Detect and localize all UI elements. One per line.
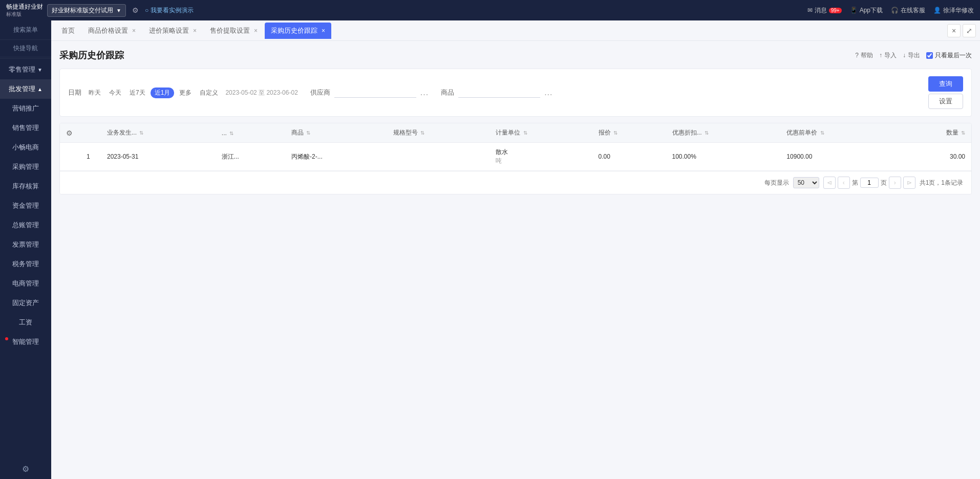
sidebar-item-purchase[interactable]: 采购管理 (0, 157, 51, 177)
goods-more-icon[interactable]: ... (544, 88, 552, 97)
top-bar-right: ✉ 消息 99+ 📱 App下载 🎧 在线客服 👤 徐泽华修改 (807, 6, 974, 15)
sidebar-item-general-ledger[interactable]: 总账管理 (0, 215, 51, 235)
export-link[interactable]: ↓ 导出 (903, 51, 920, 60)
message-button[interactable]: ✉ 消息 99+ (807, 6, 842, 15)
filter-goods: 商品 ... (441, 88, 552, 98)
version-selector[interactable]: 好业财标准版交付试用 ▼ (47, 4, 126, 17)
date-btn-custom[interactable]: 自定义 (197, 88, 221, 98)
sidebar-item-tax-label: 税务管理 (12, 259, 39, 269)
sort-preprice-icon[interactable]: ⇅ (820, 130, 824, 136)
smart-dot-icon (5, 337, 8, 340)
sidebar-item-tax[interactable]: 税务管理 (0, 254, 51, 274)
col-quantity-header[interactable]: 数量 ⇅ (898, 123, 971, 143)
app-download-button[interactable]: 📱 App下载 (850, 6, 883, 15)
goods-input[interactable] (458, 88, 540, 98)
sidebar-item-sales[interactable]: 销售管理 (0, 118, 51, 138)
main-layout: 搜索菜单 快捷导航 零售管理 ▼ 批发管理 ▲ 营销推广 销售管理 小畅电商 采… (0, 20, 980, 479)
row-seq: 1 (80, 143, 101, 171)
sidebar-item-ecommerce-small[interactable]: 小畅电商 (0, 138, 51, 157)
supplier-more-icon[interactable]: ... (420, 88, 429, 97)
date-btn-last1m[interactable]: 近1月 (151, 88, 175, 98)
col-date-header[interactable]: 业务发生... ⇅ (101, 123, 216, 143)
sidebar-item-inventory[interactable]: 库存核算 (0, 177, 51, 196)
supplier-input[interactable] (334, 88, 416, 98)
tab-price-close[interactable]: × (132, 27, 136, 34)
sort-date-icon[interactable]: ⇅ (139, 130, 143, 136)
col-config-header[interactable]: ⚙ (60, 123, 80, 143)
row-config-cell (60, 143, 80, 171)
tab-purchase-history[interactable]: 采购历史价跟踪 × (265, 23, 331, 39)
sidebar-item-payroll[interactable]: 工资 (0, 313, 51, 332)
page-input[interactable] (860, 178, 879, 188)
tab-sale-price-close[interactable]: × (254, 27, 258, 34)
col-more-header[interactable]: ... ⇅ (216, 123, 285, 143)
col-goods-header[interactable]: 商品 ⇅ (285, 123, 387, 143)
sort-unit-icon[interactable]: ⇅ (523, 130, 527, 136)
filter-date-label: 日期 (68, 88, 81, 97)
sidebar-search[interactable]: 搜索菜单 (0, 20, 51, 40)
sort-price-icon[interactable]: ⇅ (613, 130, 617, 136)
sidebar-item-retail-label: 零售管理 (9, 65, 35, 74)
only-last-checkbox[interactable] (926, 52, 933, 59)
sidebar-item-marketing-label: 营销推广 (12, 104, 39, 113)
per-page-select[interactable]: 50 10 20 100 (793, 177, 819, 188)
page-nav: ⊲ ‹ 第 页 › ⊳ (823, 177, 915, 189)
row-discount: 100.00% (666, 143, 781, 171)
tab-bar-right: × ⤢ (947, 24, 976, 37)
date-btn-more[interactable]: 更多 (176, 88, 195, 98)
date-range-display: 2023-05-02 至 2023-06-02 (225, 89, 297, 97)
page-header: 采购历史价跟踪 ? 帮助 ↑ 导入 ↓ 导出 (59, 49, 972, 61)
help-link[interactable]: ? 帮助 (855, 51, 873, 60)
sidebar-quick-nav[interactable]: 快捷导航 (0, 40, 51, 57)
first-page-button[interactable]: ⊲ (823, 177, 836, 189)
sidebar-item-invoice[interactable]: 发票管理 (0, 235, 51, 254)
sort-more-icon[interactable]: ⇅ (229, 130, 233, 136)
sort-spec-icon[interactable]: ⇅ (420, 130, 424, 136)
sort-discount-icon[interactable]: ⇅ (705, 130, 709, 136)
sidebar-gear-icon[interactable]: ⚙ (4, 464, 47, 474)
tab-close-all-button[interactable]: × (947, 24, 961, 37)
tab-sale-price[interactable]: 售价提取设置 × (204, 23, 264, 39)
col-discount-header[interactable]: 优惠折扣... ⇅ (666, 123, 781, 143)
row-spec (387, 143, 489, 171)
filter-settings-button[interactable]: 设置 (928, 94, 963, 109)
user-menu[interactable]: 👤 徐泽华修改 (933, 6, 974, 15)
sort-goods-icon[interactable]: ⇅ (306, 130, 310, 136)
tab-home[interactable]: 首页 (55, 23, 81, 39)
sidebar-item-wholesale[interactable]: 批发管理 ▲ (0, 79, 51, 99)
tab-purchase-strategy[interactable]: 进价策略设置 × (143, 23, 203, 39)
query-button[interactable]: 查询 (928, 76, 963, 92)
sidebar-item-fixed-assets[interactable]: 固定资产 (0, 293, 51, 313)
date-btn-today[interactable]: 今天 (106, 88, 124, 98)
date-btn-last7[interactable]: 近7天 (126, 88, 148, 98)
col-price-header[interactable]: 报价 ⇅ (592, 123, 666, 143)
demo-link[interactable]: ○ 我要看实例演示 (145, 6, 194, 15)
sidebar-item-smart[interactable]: 智能管理 (0, 332, 51, 352)
col-unit-header[interactable]: 计量单位 ⇅ (489, 123, 592, 143)
col-preprice-header[interactable]: 优惠前单价 ⇅ (780, 123, 898, 143)
tab-price[interactable]: 商品价格设置 × (82, 23, 142, 39)
sidebar-item-retail[interactable]: 零售管理 ▼ (0, 60, 51, 79)
tab-purchase-history-close[interactable]: × (322, 27, 325, 34)
last-page-button[interactable]: ⊳ (903, 177, 915, 189)
sidebar-item-marketing[interactable]: 营销推广 (0, 99, 51, 118)
row-preprice: 10900.00 (780, 143, 898, 171)
tab-purchase-history-label: 采购历史价跟踪 (271, 26, 317, 35)
next-page-button[interactable]: › (889, 177, 901, 189)
col-spec-header[interactable]: 规格型号 ⇅ (387, 123, 489, 143)
import-link[interactable]: ↑ 导入 (879, 51, 897, 60)
top-bar-left: 畅捷通好业财 标准版 好业财标准版交付试用 ▼ ⚙ ○ 我要看实例演示 (6, 3, 194, 18)
sidebar-item-finance[interactable]: 资金管理 (0, 196, 51, 215)
tab-expand-button[interactable]: ⤢ (963, 24, 976, 37)
prev-page-button[interactable]: ‹ (838, 177, 850, 189)
filter-supplier: 供应商 ... (310, 88, 429, 98)
tab-purchase-strategy-close[interactable]: × (193, 27, 197, 34)
table-footer: 每页显示 50 10 20 100 ⊲ ‹ 第 页 › ⊳ (60, 171, 971, 194)
date-btn-yesterday[interactable]: 昨天 (86, 88, 104, 98)
top-settings-icon[interactable]: ⚙ (130, 4, 141, 16)
online-service-button[interactable]: 🎧 在线客服 (891, 6, 925, 15)
table-config-icon[interactable]: ⚙ (66, 129, 73, 137)
only-last-checkbox-label[interactable]: 只看最后一次 (926, 51, 972, 60)
sidebar-item-ecommerce[interactable]: 电商管理 (0, 274, 51, 293)
sort-quantity-icon[interactable]: ⇅ (961, 130, 965, 136)
